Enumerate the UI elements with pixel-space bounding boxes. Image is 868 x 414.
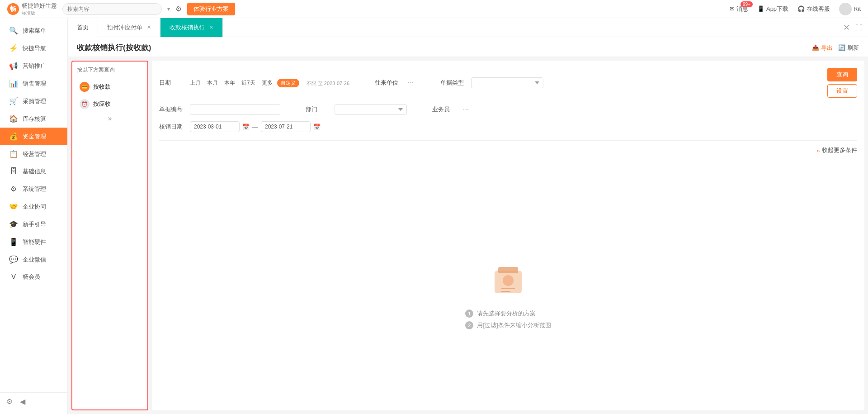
sidebar-item-label: 企业协同 [23,203,46,211]
verify-date-start[interactable] [190,121,240,132]
expand-tab-icon[interactable]: ⛶ [854,22,864,33]
app-download-button[interactable]: 📱 App下载 [757,5,788,13]
collapse-more-button[interactable]: « 收起更多条件 [817,144,857,156]
empty-hints: 1 请先选择要分析的方案 2 用[过滤]条件来缩小分析范围 [465,309,551,329]
doc-no-label: 单据编号 [159,105,183,114]
gear-icon[interactable]: ⚙ [175,5,182,13]
sidebar-item-business[interactable]: 📋 经营管理 [0,145,67,163]
sidebar-item-finance[interactable]: 💰 资金管理 [0,128,67,145]
empty-illustration [486,257,531,302]
filter-collapse-icon[interactable]: » [108,114,112,123]
date-custom-btn[interactable]: 自定义 [277,79,299,87]
calendar-start-icon[interactable]: 📅 [242,124,250,130]
message-button[interactable]: ✉ 消息 99+ [730,5,748,13]
logo-icon: 畅 [7,3,19,15]
query-actions: 查询 设置 [827,68,857,98]
doc-no-input[interactable] [190,104,280,115]
search-input[interactable] [62,3,162,15]
filter-panel-title: 按以下方案查询 [77,66,143,74]
main-wrapper: 🔍 搜索菜单 ⚡ 快捷导航 📢 营销推广 📊 销售管理 🛒 采购管理 🏠 库存核… [0,18,868,414]
logo: 畅 畅捷通好生意 标准版 [7,2,57,16]
sidebar-bottom: ⚙ ◀ [0,392,67,410]
online-service-button[interactable]: 🎧 在线客服 [797,5,830,13]
date-quick-btns: 上月 本月 本年 近7天 更多 自定义 [188,78,299,88]
hint-2-num: 2 [465,321,473,329]
tab-close-active-icon[interactable]: ✕ [209,24,213,30]
calendar-end-icon[interactable]: 📅 [313,124,321,130]
quick-nav-icon: ⚡ [9,44,18,52]
sidebar-item-search[interactable]: 🔍 搜索菜单 [0,22,67,39]
export-button[interactable]: 📤 导出 [812,44,833,52]
sidebar-item-label: 智能硬件 [23,238,46,246]
sidebar-item-label: 新手引导 [23,220,46,228]
hint-2-text: 用[过滤]条件来缩小分析范围 [477,321,551,329]
hardware-icon: 📱 [9,238,18,246]
sidebar-item-label: 企业微信 [23,256,46,264]
app-icon: 📱 [757,5,764,12]
refresh-button[interactable]: 🔄 刷新 [838,44,859,52]
collapse-sidebar-icon[interactable]: ◀ [20,397,25,406]
user-menu[interactable]: Rit [839,3,861,15]
verify-date-label: 核销日期 [159,123,183,131]
empty-hint-1: 1 请先选择要分析的方案 [465,309,551,318]
export-icon: 📤 [812,44,819,51]
business-icon: 📋 [9,150,18,158]
tab-home[interactable]: 首页 [68,18,98,37]
verify-date-end[interactable] [261,121,311,132]
search-box[interactable] [62,3,162,15]
purchase-icon: 🛒 [9,97,18,105]
sidebar-item-wechat[interactable]: 💬 企业微信 [0,251,67,268]
sidebar-item-hardware[interactable]: 📱 智能硬件 [0,233,67,251]
guide-icon: 🎓 [9,220,18,228]
service-icon: 🎧 [797,5,805,12]
sidebar-item-enterprise[interactable]: 🤝 企业协同 [0,198,67,215]
sidebar-item-sales[interactable]: 📊 销售管理 [0,75,67,92]
settings-bottom-icon[interactable]: ⚙ [6,397,13,406]
wechat-icon: 💬 [9,255,18,264]
dept-select[interactable] [335,104,407,115]
sidebar-item-label: 经营管理 [23,150,46,158]
date-this-year-btn[interactable]: 本年 [222,78,237,88]
marketing-icon: 📢 [9,62,18,70]
filter-by-receivable[interactable]: ⏰ 按应收 [77,95,143,113]
receipt-filter-icon: 💳 [80,82,90,92]
dept-label: 部门 [306,105,327,114]
date-more-btn[interactable]: 更多 [260,78,274,88]
brand: 畅捷通好生意 标准版 [22,2,57,16]
staff-dots[interactable]: ··· [461,105,471,114]
date-this-month-btn[interactable]: 本月 [205,78,220,88]
sidebar-item-system[interactable]: ⚙ 系统管理 [0,180,67,198]
sidebar-item-purchase[interactable]: 🛒 采购管理 [0,92,67,110]
query-button[interactable]: 查询 [827,68,857,81]
date-last-month-btn[interactable]: 上月 [188,78,203,88]
content-area: 首页 预付冲应付单 ✕ 收款核销执行 ✕ ✕ ⛶ 收款核销执行(按收款) 📤 导… [68,18,868,414]
industry-solution-button[interactable]: 体验行业方案 [187,3,235,15]
close-tab-icon[interactable]: ✕ [841,21,852,34]
date-7days-btn[interactable]: 近7天 [240,78,257,88]
tab-close-icon[interactable]: ✕ [147,24,151,30]
finance-icon: 💰 [9,132,18,141]
tab-receipt-verify[interactable]: 收款核销执行 ✕ [160,18,223,37]
sidebar-item-inventory[interactable]: 🏠 库存核算 [0,110,67,128]
username: Rit [854,5,861,12]
chevron-down-icon[interactable]: ▾ [167,6,170,12]
doc-type-select[interactable] [471,77,543,88]
date-limit-text: 不限 至 2023-07-26 [307,80,349,87]
sidebar-item-membership[interactable]: V 畅会员 [0,268,67,286]
avatar [839,3,852,15]
empty-state: 1 请先选择要分析的方案 2 用[过滤]条件来缩小分析范围 [159,183,857,403]
sidebar-item-label: 系统管理 [23,185,46,193]
hint-1-text: 请先选择要分析的方案 [477,309,536,318]
tab-prepay[interactable]: 预付冲应付单 ✕ [98,18,160,37]
receivable-filter-icon: ⏰ [80,99,90,109]
settings-button[interactable]: 设置 [827,84,857,98]
filter-by-receipt[interactable]: 💳 按收款 [77,78,143,95]
sidebar-item-guide[interactable]: 🎓 新手引导 [0,215,67,233]
sidebar-item-basic-info[interactable]: 🗄 基础信息 [0,163,67,180]
svg-rect-1 [498,267,518,273]
verify-date-range: 📅 — 📅 [190,121,321,132]
message-badge: 99+ [741,1,753,7]
sidebar-item-quick-nav[interactable]: ⚡ 快捷导航 [0,39,67,57]
counterparty-dots[interactable]: ··· [406,79,415,87]
sidebar-item-marketing[interactable]: 📢 营销推广 [0,57,67,75]
